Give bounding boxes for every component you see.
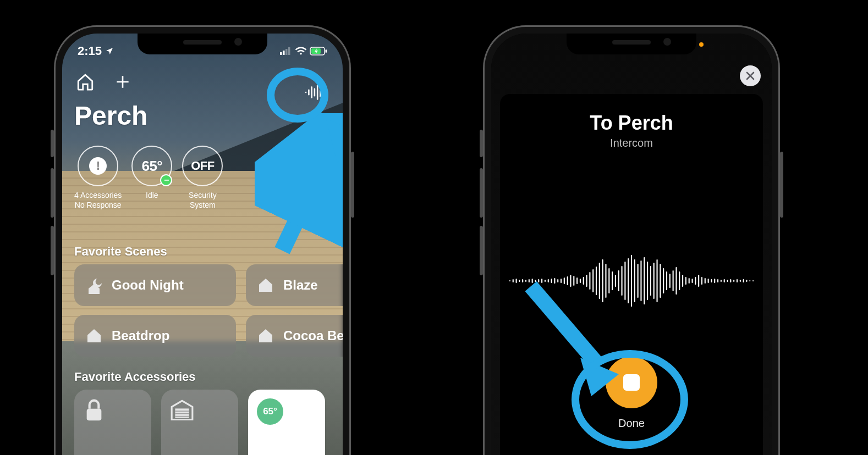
home-title: Perch [74, 101, 331, 131]
mute-switch [51, 130, 54, 157]
add-button[interactable] [112, 71, 134, 93]
accessory-tile-garage[interactable] [161, 390, 238, 455]
status-time: 2:15 [78, 44, 102, 58]
location-icon [105, 47, 114, 56]
svg-rect-3 [288, 47, 290, 55]
stop-recording-button[interactable] [606, 357, 657, 408]
scene-label: Blaze [283, 278, 318, 293]
intercom-button[interactable] [304, 83, 327, 102]
house-icon [84, 326, 104, 346]
accessory-tile-lock[interactable] [74, 390, 151, 455]
done-label: Done [618, 417, 645, 430]
home-icon[interactable] [74, 71, 96, 93]
scene-tile-good-night[interactable]: Good Night [74, 264, 236, 306]
microphone-privacy-dot [699, 42, 704, 47]
home-app-screen: 2:15 Perch [62, 34, 343, 455]
intercom-subtitle: Intercom [509, 137, 754, 149]
scene-tile-blaze[interactable]: Blaze [246, 264, 343, 306]
favorite-scenes-title: Favorite Scenes [74, 245, 167, 259]
device-notch [567, 34, 696, 54]
accessory-tile-thermostat[interactable]: 65° [248, 390, 325, 455]
garage-icon [170, 398, 194, 420]
security-status-pill[interactable]: OFF SecuritySystem [182, 146, 223, 210]
stop-icon [623, 374, 640, 391]
svg-rect-0 [280, 52, 282, 55]
scene-label: Cocoa Be [283, 328, 343, 343]
temperature-badge: 65° [257, 398, 283, 425]
close-icon [745, 71, 755, 81]
climate-status-pill[interactable]: 65°− Idle [131, 146, 172, 210]
volume-up-button [51, 168, 54, 218]
svg-rect-6 [326, 49, 327, 53]
favorite-accessories-title: Favorite Accessories [74, 370, 196, 384]
accessory-status-pill[interactable]: ! 4 AccessoriesNo Response [74, 146, 122, 210]
moon-house-icon [84, 275, 104, 295]
lock-icon [83, 398, 105, 423]
house-icon [256, 326, 276, 346]
power-button [351, 152, 354, 218]
scene-tile-beatdrop[interactable]: Beatdrop [74, 315, 236, 357]
power-button [780, 152, 783, 218]
recording-waveform [509, 248, 754, 314]
house-icon [256, 275, 276, 295]
phone-frame-left: 2:15 Perch [54, 25, 351, 455]
status-bar: 2:15 [62, 41, 343, 61]
mute-switch [480, 130, 483, 157]
alert-icon: ! [89, 157, 107, 175]
volume-down-button [480, 226, 483, 275]
cellular-icon [280, 47, 292, 55]
phone-frame-right: To Perch Intercom Done [483, 25, 780, 455]
scene-tile-cocoa[interactable]: Cocoa Be [246, 315, 343, 357]
scene-label: Beatdrop [112, 328, 169, 343]
scene-label: Good Night [112, 278, 184, 293]
intercom-screen: To Perch Intercom Done [491, 34, 772, 455]
svg-rect-1 [283, 51, 285, 55]
wifi-icon [295, 47, 307, 56]
svg-rect-2 [285, 49, 288, 55]
intercom-title: To Perch [509, 112, 754, 135]
close-button[interactable] [740, 65, 761, 86]
svg-rect-15 [87, 409, 102, 421]
idle-badge-icon: − [160, 174, 172, 186]
volume-down-button [51, 226, 54, 275]
volume-up-button [480, 168, 483, 218]
battery-icon [310, 47, 327, 56]
